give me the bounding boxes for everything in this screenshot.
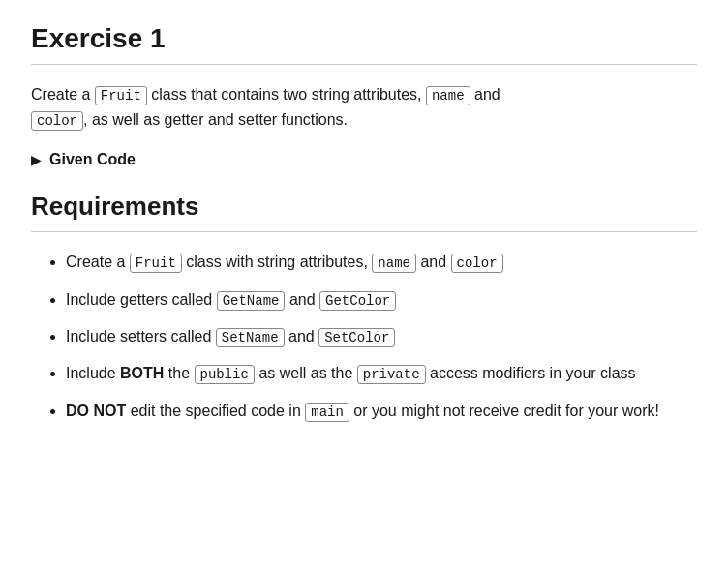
req5-text1: edit the specified code in	[126, 403, 305, 419]
req1-text-and: and	[416, 254, 451, 270]
req4-text1: Include	[66, 365, 120, 381]
req3-code-setname: SetName	[216, 328, 285, 347]
collapse-arrow-icon: ▶	[31, 152, 42, 167]
req1-text1: Create a	[66, 254, 130, 270]
req1-text2: class with string attributes,	[182, 254, 373, 270]
desc-code-fruit: Fruit	[95, 86, 147, 105]
given-code-label: Given Code	[49, 151, 136, 168]
title-divider	[31, 64, 697, 65]
list-item: DO NOT edit the specified code in main o…	[66, 399, 697, 424]
req2-text-and: and	[285, 291, 319, 308]
requirements-list: Create a Fruit class with string attribu…	[31, 250, 697, 424]
list-item: Include BOTH the public as well as the p…	[66, 361, 697, 386]
req3-text-and: and	[285, 328, 319, 344]
req1-code-name: name	[372, 254, 416, 273]
req4-text2: the	[164, 365, 194, 381]
requirements-divider	[31, 231, 697, 232]
req5-bold-donot: DO NOT	[66, 403, 126, 419]
req3-code-setcolor: SetColor	[318, 328, 395, 347]
req2-code-getcolor: GetColor	[319, 291, 396, 311]
list-item: Create a Fruit class with string attribu…	[66, 250, 697, 275]
list-item: Include getters called GetName and GetCo…	[66, 287, 697, 313]
exercise-title: Exercise 1	[31, 23, 697, 54]
req2-text1: Include getters called	[66, 291, 217, 308]
req4-code-private: private	[357, 365, 426, 384]
req4-bold-both: BOTH	[120, 365, 164, 381]
req4-text4: access modifiers in your class	[426, 365, 636, 381]
desc-text-1: Create a	[31, 86, 95, 103]
given-code-section[interactable]: ▶ Given Code	[31, 151, 697, 168]
req5-text2: or you might not receive credit for your…	[349, 403, 659, 419]
req1-code-color: color	[451, 254, 503, 273]
desc-code-name: name	[426, 86, 470, 105]
req2-code-getname: GetName	[217, 291, 286, 311]
requirements-title: Requirements	[31, 192, 697, 222]
req5-code-main: main	[305, 403, 349, 422]
req4-text3: as well as the	[255, 365, 357, 381]
desc-text-and: and	[470, 86, 500, 103]
desc-text-3: , as well as getter and setter functions…	[83, 111, 348, 128]
desc-code-color: color	[31, 111, 83, 131]
req3-text1: Include setters called	[66, 328, 216, 344]
exercise-description: Create a Fruit class that contains two s…	[31, 82, 697, 132]
req1-code-fruit: Fruit	[130, 254, 182, 273]
desc-text-2: class that contains two string attribute…	[147, 86, 426, 103]
list-item: Include setters called SetName and SetCo…	[66, 324, 697, 349]
req4-code-public: public	[195, 365, 255, 384]
